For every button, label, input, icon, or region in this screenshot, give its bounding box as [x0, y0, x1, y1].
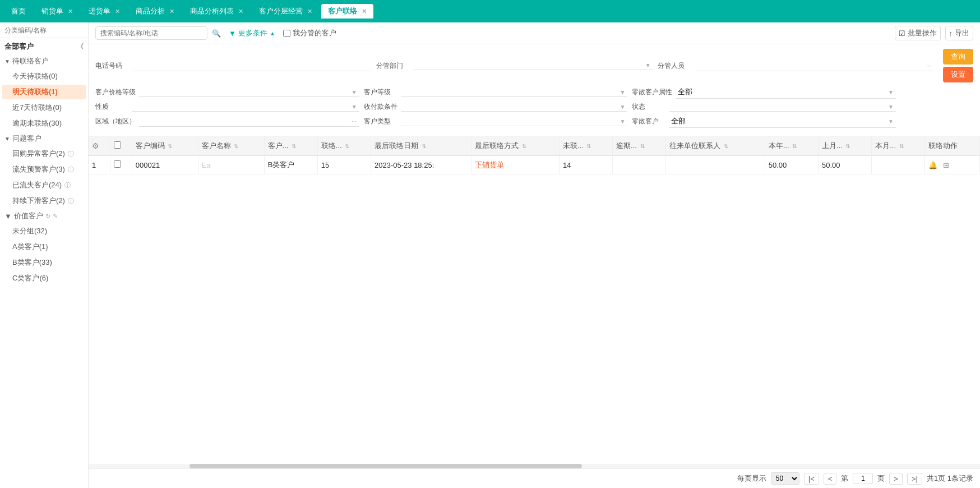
contact-person-sort-icon[interactable]: ⇅: [724, 143, 728, 149]
export-icon: ↑: [949, 29, 953, 38]
sidebar-search-input[interactable]: [4, 26, 89, 34]
this-month-sort-icon[interactable]: ⇅: [899, 143, 904, 149]
retail-customer-select[interactable]: 全部 ▼: [669, 115, 896, 128]
sidebar-item-churned[interactable]: 已流失客户(24) ⓘ: [2, 178, 86, 192]
contacts-sort-icon[interactable]: ⇅: [345, 143, 349, 149]
sidebar-item-declining[interactable]: 持续下滑客户(2) ⓘ: [2, 194, 86, 208]
nav-sales[interactable]: 销货单 ✕: [35, 4, 80, 19]
sidebar-item-c-class[interactable]: C类客户(6): [2, 271, 86, 286]
last-month-sort-icon[interactable]: ⇅: [845, 143, 850, 149]
close-sales-icon[interactable]: ✕: [68, 8, 73, 15]
gear-settings-icon[interactable]: ⚙: [92, 141, 99, 150]
value-edit-icon[interactable]: ✎: [53, 213, 58, 220]
page-prev-btn[interactable]: <: [824, 473, 837, 485]
customer-level-select[interactable]: ▼: [401, 88, 628, 97]
nature-field: 性质 ▼: [95, 102, 359, 112]
branch-person-more-icon[interactable]: ···: [926, 62, 932, 70]
my-customers-checkbox[interactable]: [283, 30, 290, 37]
retail-attr-field: 零散客户属性 全部 ▼: [632, 86, 896, 99]
status-field: 状态 ▼: [632, 102, 896, 112]
row-last-contact-method[interactable]: 下销货单: [471, 156, 559, 174]
select-all-checkbox[interactable]: [114, 141, 121, 149]
sidebar-item-week[interactable]: 近7天待联络(0): [2, 100, 86, 115]
overdue-sort-icon[interactable]: ⇅: [640, 143, 645, 149]
phone-input[interactable]: [132, 61, 372, 71]
last-method-sort-icon[interactable]: ⇅: [522, 143, 526, 149]
branch-dept-select[interactable]: ▼: [413, 61, 653, 70]
nav-purchase[interactable]: 进货单 ✕: [82, 4, 127, 19]
nav-customer-contact[interactable]: 客户联络 ✕: [321, 4, 373, 19]
area-select[interactable]: ···: [139, 116, 359, 127]
my-customers-checkbox-label[interactable]: 我分管的客户: [283, 28, 336, 38]
problem-group-label[interactable]: ▼ 问题客户: [0, 131, 88, 146]
top-actions: ☑ 批量操作 ↑ 导出: [895, 26, 974, 40]
sidebar-item-repurchase[interactable]: 回购异常客户(2) ⓘ: [2, 146, 86, 161]
nature-select[interactable]: ▼: [132, 103, 359, 112]
last-contact-method-link[interactable]: 下销货单: [475, 160, 504, 169]
pagination-bar: 每页显示 50 100 |< < 第 页 > >| 共1页 1条记录: [89, 468, 980, 488]
name-sort-icon[interactable]: ⇅: [234, 143, 238, 149]
sidebar-item-tomorrow[interactable]: 明天待联络(1): [2, 85, 86, 99]
close-customer-segment-icon[interactable]: ✕: [307, 8, 312, 15]
row-checkbox[interactable]: [114, 160, 121, 168]
table-scrollbar[interactable]: [89, 464, 980, 468]
payment-arrow-icon: ▼: [620, 104, 625, 110]
pending-group-label[interactable]: ▼ 待联络客户: [0, 54, 88, 68]
export-btn[interactable]: ↑ 导出: [945, 26, 974, 40]
col-this-month: 本月... ⇅: [872, 136, 925, 156]
row-checkbox-cell[interactable]: [110, 156, 132, 174]
sidebar-collapse-btn[interactable]: 《: [77, 42, 84, 52]
sidebar-item-ungrouped[interactable]: 未分组(32): [2, 224, 86, 238]
main-search-icon[interactable]: 🔍: [212, 29, 221, 38]
type-sort-icon[interactable]: ⇅: [292, 143, 296, 149]
customer-type-arrow-icon: ▼: [620, 118, 625, 125]
status-select[interactable]: ▼: [669, 103, 896, 112]
col-checkbox[interactable]: [110, 136, 132, 156]
close-purchase-icon[interactable]: ✕: [115, 8, 120, 15]
nav-goods-analysis[interactable]: 商品分析 ✕: [129, 4, 181, 19]
col-action: 联络动作: [925, 136, 980, 156]
sidebar-item-overdue[interactable]: 逾期未联络(30): [2, 116, 86, 131]
nav-home[interactable]: 首页: [4, 4, 33, 19]
bulk-action-btn[interactable]: ☑ 批量操作: [895, 26, 941, 40]
col-last-method: 最后联络方式 ⇅: [471, 136, 559, 156]
row-bell-icon[interactable]: 🔔: [928, 161, 937, 169]
nav-customer-segment[interactable]: 客户分层经营 ✕: [252, 4, 319, 19]
page-size-select[interactable]: 50 100: [771, 472, 799, 485]
sidebar-item-b-class[interactable]: B类客户(33): [2, 255, 86, 270]
sidebar-item-today[interactable]: 今天待联络(0): [2, 69, 86, 84]
settings-button[interactable]: 设置: [943, 67, 973, 82]
scrollbar-thumb[interactable]: [189, 464, 582, 468]
col-code: 客户编码 ⇅: [132, 136, 198, 156]
last-date-sort-icon[interactable]: ⇅: [422, 143, 426, 149]
area-field: 区域（地区） ···: [95, 116, 359, 127]
retail-attr-select[interactable]: 全部 ▼: [676, 86, 896, 99]
page-number-input[interactable]: [853, 473, 873, 484]
sidebar-item-a-class[interactable]: A类客户(1): [2, 240, 86, 254]
branch-person-select[interactable]: ···: [695, 61, 934, 71]
row-no-contact: 14: [559, 156, 612, 174]
row-grid-icon[interactable]: ⊞: [943, 161, 949, 169]
query-button[interactable]: 查询: [943, 49, 973, 65]
area-more-icon[interactable]: ···: [352, 117, 357, 125]
value-group-label[interactable]: ▼ 价值客户 ↻ ✎: [0, 209, 88, 223]
close-goods-list-icon[interactable]: ✕: [238, 8, 243, 15]
page-last-btn[interactable]: >|: [907, 473, 922, 485]
no-contact-sort-icon[interactable]: ⇅: [586, 143, 591, 149]
page-next-btn[interactable]: >: [889, 473, 903, 485]
customer-type-select[interactable]: ▼: [401, 117, 628, 126]
close-goods-analysis-icon[interactable]: ✕: [169, 8, 174, 15]
page-first-btn[interactable]: |<: [804, 473, 819, 485]
customer-price-select[interactable]: ▼: [139, 88, 359, 97]
sidebar-item-churn-warning[interactable]: 流失预警客户(3) ⓘ: [2, 162, 86, 177]
close-customer-contact-icon[interactable]: ✕: [362, 8, 367, 15]
value-refresh-icon[interactable]: ↻: [45, 213, 50, 220]
retail-attr-arrow-icon: ▼: [888, 89, 894, 95]
payment-select[interactable]: ▼: [401, 103, 628, 112]
code-sort-icon[interactable]: ⇅: [168, 143, 172, 149]
col-gear[interactable]: ⚙: [89, 136, 110, 156]
nav-goods-list[interactable]: 商品分析列表 ✕: [183, 4, 250, 19]
this-year-sort-icon[interactable]: ⇅: [792, 143, 797, 149]
main-search-input[interactable]: [95, 26, 207, 40]
more-conditions-btn[interactable]: ▼ 更多条件 ▲: [225, 26, 279, 40]
